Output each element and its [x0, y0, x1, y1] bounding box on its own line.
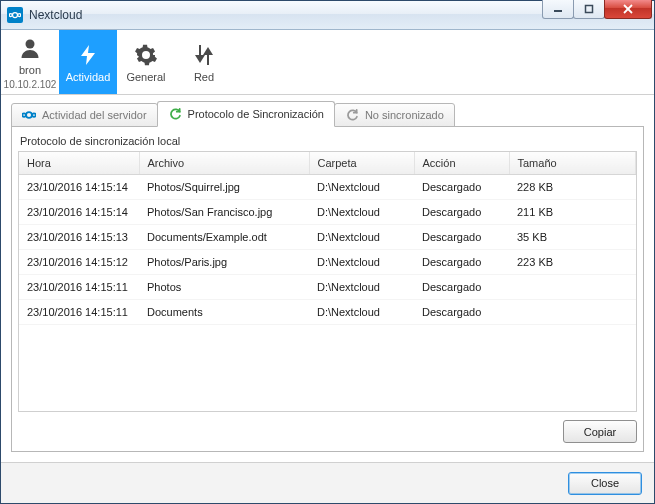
cell-file: Documents	[139, 300, 309, 325]
cell-action: Descargado	[414, 275, 509, 300]
svg-point-9	[22, 113, 26, 117]
minimize-button[interactable]	[542, 0, 574, 19]
cell-action: Descargado	[414, 250, 509, 275]
col-time[interactable]: Hora	[19, 152, 139, 175]
cell-time: 23/10/2016 14:15:13	[19, 225, 139, 250]
cell-time: 23/10/2016 14:15:11	[19, 300, 139, 325]
col-action[interactable]: Acción	[414, 152, 509, 175]
toolbar-account[interactable]: bron 10.10.2.102	[1, 30, 59, 94]
dialog-button-bar: Close	[1, 462, 654, 503]
cell-time: 23/10/2016 14:15:14	[19, 175, 139, 200]
cell-folder: D:\Nextcloud	[309, 175, 414, 200]
tab-sync-protocol[interactable]: Protocolo de Sincronización	[157, 101, 335, 127]
cell-time: 23/10/2016 14:15:12	[19, 250, 139, 275]
col-file[interactable]: Archivo	[139, 152, 309, 175]
svg-point-2	[18, 14, 21, 17]
table-row[interactable]: 23/10/2016 14:15:14Photos/Squirrel.jpgD:…	[19, 175, 636, 200]
col-size[interactable]: Tamaño	[509, 152, 636, 175]
cell-time: 23/10/2016 14:15:11	[19, 275, 139, 300]
cell-size: 211 KB	[509, 200, 636, 225]
main-toolbar: bron 10.10.2.102 Actividad General Red	[1, 30, 654, 95]
cell-file: Photos/Squirrel.jpg	[139, 175, 309, 200]
table-empty-area	[19, 325, 636, 411]
toolbar-network-label: Red	[194, 71, 214, 83]
app-icon	[7, 7, 23, 23]
cell-file: Documents/Example.odt	[139, 225, 309, 250]
cell-action: Descargado	[414, 300, 509, 325]
maximize-button[interactable]	[573, 0, 605, 19]
title-bar: Nextcloud	[1, 1, 654, 30]
panel-footer: Copiar	[18, 412, 637, 443]
cell-size	[509, 275, 636, 300]
toolbar-general[interactable]: General	[117, 30, 175, 94]
col-folder[interactable]: Carpeta	[309, 152, 414, 175]
user-icon	[18, 34, 42, 62]
cell-size: 223 KB	[509, 250, 636, 275]
tab-not-synced[interactable]: No sincronizado	[334, 103, 455, 127]
panel-title: Protocolo de sincronización local	[20, 135, 635, 147]
cell-folder: D:\Nextcloud	[309, 250, 414, 275]
content-area: Actividad del servidor Protocolo de Sinc…	[1, 95, 654, 462]
table-row[interactable]: 23/10/2016 14:15:13Documents/Example.odt…	[19, 225, 636, 250]
sync-protocol-panel: Protocolo de sincronización local Hora A…	[11, 126, 644, 452]
svg-point-10	[32, 113, 36, 117]
toolbar-general-label: General	[126, 71, 165, 83]
network-icon	[191, 41, 217, 69]
toolbar-account-sub: 10.10.2.102	[4, 79, 57, 90]
tab-server-activity-label: Actividad del servidor	[42, 109, 147, 121]
activity-subtabs: Actividad del servidor Protocolo de Sinc…	[11, 103, 644, 127]
copy-button[interactable]: Copiar	[563, 420, 637, 443]
cell-time: 23/10/2016 14:15:14	[19, 200, 139, 225]
cell-file: Photos/Paris.jpg	[139, 250, 309, 275]
toolbar-account-label: bron	[19, 64, 41, 76]
svg-point-1	[9, 14, 12, 17]
cell-action: Descargado	[414, 225, 509, 250]
tab-not-synced-label: No sincronizado	[365, 109, 444, 121]
close-button[interactable]: Close	[568, 472, 642, 495]
tab-server-activity[interactable]: Actividad del servidor	[11, 103, 158, 127]
cell-file: Photos/San Francisco.jpg	[139, 200, 309, 225]
cell-folder: D:\Nextcloud	[309, 200, 414, 225]
table-row[interactable]: 23/10/2016 14:15:12Photos/Paris.jpgD:\Ne…	[19, 250, 636, 275]
tab-sync-protocol-label: Protocolo de Sincronización	[188, 108, 324, 120]
table-header-row: Hora Archivo Carpeta Acción Tamaño	[19, 152, 636, 175]
nextcloud-icon	[22, 108, 36, 122]
close-window-button[interactable]	[604, 0, 652, 19]
svg-rect-4	[586, 6, 593, 13]
toolbar-activity[interactable]: Actividad	[59, 30, 117, 94]
window-buttons	[542, 1, 652, 29]
cell-size: 35 KB	[509, 225, 636, 250]
toolbar-network[interactable]: Red	[175, 30, 233, 94]
bolt-icon	[76, 41, 100, 69]
sync-off-icon	[345, 108, 359, 122]
cell-folder: D:\Nextcloud	[309, 300, 414, 325]
cell-size: 228 KB	[509, 175, 636, 200]
svg-point-7	[26, 40, 35, 49]
cell-file: Photos	[139, 275, 309, 300]
cell-action: Descargado	[414, 200, 509, 225]
toolbar-activity-label: Actividad	[66, 71, 111, 83]
sync-log-table: Hora Archivo Carpeta Acción Tamaño 23/10…	[18, 151, 637, 412]
table-row[interactable]: 23/10/2016 14:15:11PhotosD:\NextcloudDes…	[19, 275, 636, 300]
svg-point-0	[13, 13, 18, 18]
svg-point-8	[26, 112, 32, 118]
gear-icon	[134, 41, 158, 69]
cell-action: Descargado	[414, 175, 509, 200]
cell-size	[509, 300, 636, 325]
cell-folder: D:\Nextcloud	[309, 225, 414, 250]
cell-folder: D:\Nextcloud	[309, 275, 414, 300]
sync-icon	[168, 107, 182, 121]
table-row[interactable]: 23/10/2016 14:15:11DocumentsD:\Nextcloud…	[19, 300, 636, 325]
table-row[interactable]: 23/10/2016 14:15:14Photos/San Francisco.…	[19, 200, 636, 225]
app-window: Nextcloud bron 10.10.2.102 Actividad Gen…	[0, 0, 655, 504]
window-title: Nextcloud	[29, 8, 542, 22]
